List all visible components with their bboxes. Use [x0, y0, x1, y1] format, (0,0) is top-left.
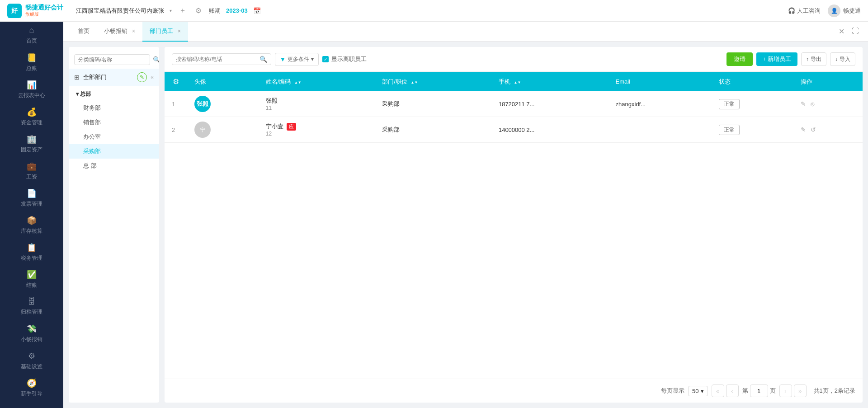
prev-page-button[interactable]: ‹ [726, 385, 739, 397]
dept-search-icon[interactable]: 🔍 [153, 56, 159, 63]
period-value[interactable]: 2023-03 [226, 7, 248, 14]
sidebar-item-tax[interactable]: 📋 税务管理 [0, 239, 63, 266]
page-content: 🔍 ⊞ 全部部门 ✎ « ▾ 总部 财务部 销售部 办公室 采购部 总 部 [63, 42, 868, 408]
assets-icon: 🏢 [27, 134, 37, 144]
emp-name-2: 宁小壹 应 [266, 122, 368, 131]
add-employee-button[interactable]: + 新增员工 [756, 52, 797, 66]
sidebar-item-ledger[interactable]: 📒 总账 [0, 49, 63, 76]
guide-icon: 🧭 [27, 378, 37, 388]
sidebar-item-archive[interactable]: 🗄 归档管理 [0, 293, 63, 320]
capital-icon: 💰 [27, 107, 37, 117]
calendar-icon[interactable]: 📅 [253, 7, 261, 14]
dept-grid-icon: ⊞ [74, 74, 80, 81]
sidebar-item-home[interactable]: ⌂ 首页 [0, 22, 63, 49]
tab-expense[interactable]: 小畅报销 × [97, 22, 142, 42]
archive-icon: 🗄 [28, 297, 36, 306]
dept-all-label: 全部部门 [83, 73, 107, 81]
edit-icon-1[interactable]: ✎ [801, 100, 806, 108]
sidebar-item-reports[interactable]: 📊 云报表中心 [0, 76, 63, 103]
employee-search-input[interactable] [176, 56, 257, 62]
tab-dept-close[interactable]: × [178, 28, 181, 34]
edit-icon-2[interactable]: ✎ [801, 126, 806, 133]
tab-dept-label: 部门员工 [150, 27, 173, 35]
sidebar-item-checkout[interactable]: ✅ 结账 [0, 266, 63, 293]
next-page-button[interactable]: › [779, 385, 792, 397]
tabs-right-actions: ✕ ⛶ [837, 25, 861, 38]
expand-tab-icon[interactable]: ⛶ [850, 25, 861, 38]
top-header: 好 畅捷通好会计 旗舰版 江西服宝精品有限责任公司内账张 ▾ ＋ ⚙ 账期 20… [0, 0, 868, 22]
dept-item-headquarters[interactable]: 总 部 [69, 159, 159, 173]
sidebar-label-home: 首页 [26, 37, 37, 45]
table-header-row: ⚙ 头像 姓名/编码 ▲▼ 部门/职位 ▲▼ 手机 ▲▼ [165, 72, 863, 91]
close-tab-icon[interactable]: ✕ [837, 25, 846, 38]
home-icon: ⌂ [29, 26, 34, 35]
cell-avatar-1: 张照 [187, 91, 259, 117]
col-dept[interactable]: 部门/职位 ▲▼ [375, 72, 491, 91]
table-settings-icon[interactable]: ⚙ [173, 78, 179, 85]
cell-phone-2: 14000000 2... [491, 117, 609, 143]
dept-item-sales[interactable]: 销售部 [69, 115, 159, 130]
page-number-input[interactable] [750, 385, 768, 397]
invite-button[interactable]: 邀请 [726, 52, 753, 66]
add-company-icon[interactable]: ＋ [177, 4, 188, 17]
tab-dept-emp[interactable]: 部门员工 × [142, 22, 188, 42]
global-settings-icon[interactable]: ⚙ [193, 5, 203, 17]
filter-label: 更多条件 [288, 56, 309, 63]
import-icon: ↓ [835, 56, 838, 62]
sidebar-item-settings[interactable]: ⚙ 基础设置 [0, 347, 63, 374]
table-row: 1 张照 张照 11 采购部 18720211 7... z [165, 91, 863, 117]
sidebar-item-inventory[interactable]: 📦 库存核算 [0, 211, 63, 239]
dept-collapse-icon[interactable]: « [151, 74, 154, 80]
name-badge-2: 应 [287, 123, 296, 131]
logo-sub: 旗舰版 [25, 11, 63, 18]
cell-status-2: 正常 [712, 117, 793, 143]
checkbox-box: ✓ [322, 56, 329, 62]
dept-item-purchase[interactable]: 采购部 [69, 144, 159, 159]
employee-table: ⚙ 头像 姓名/编码 ▲▼ 部门/职位 ▲▼ 手机 ▲▼ [165, 72, 863, 143]
sidebar-item-more[interactable]: ••• 更多 [0, 401, 63, 408]
dept-item-finance[interactable]: 财务部 [69, 101, 159, 115]
tab-expense-label: 小畅报销 [104, 27, 127, 35]
company-dropdown-icon[interactable]: ▾ [170, 8, 172, 13]
page-unit: 页 [770, 387, 776, 395]
emp-code-1: 11 [266, 105, 368, 111]
more-filter-button[interactable]: ▼ 更多条件 ▾ [275, 53, 319, 66]
toolbar: 🔍 ▼ 更多条件 ▾ ✓ 显示离职员工 邀请 [165, 47, 863, 72]
header-right: 🎧 人工咨询 👤 畅捷通 [788, 5, 861, 17]
dept-search-input[interactable] [74, 54, 150, 65]
logout-icon-1[interactable]: ⎋ [811, 100, 814, 108]
user-area[interactable]: 👤 畅捷通 [828, 5, 861, 17]
sidebar-item-invoice[interactable]: 📄 发票管理 [0, 184, 63, 211]
sidebar-item-guide[interactable]: 🧭 新手引导 [0, 374, 63, 401]
col-name[interactable]: 姓名/编码 ▲▼ [259, 72, 375, 91]
last-page-button[interactable]: » [794, 385, 807, 397]
col-phone[interactable]: 手机 ▲▼ [491, 72, 609, 91]
first-page-button[interactable]: « [712, 385, 724, 397]
company-selector[interactable]: 江西服宝精品有限责任公司内账张 [76, 7, 164, 15]
user-name: 畅捷通 [843, 7, 861, 15]
right-panel: 🔍 ▼ 更多条件 ▾ ✓ 显示离职员工 邀请 [165, 47, 863, 403]
import-button[interactable]: ↓ 导入 [830, 52, 855, 66]
sidebar-item-salary[interactable]: 💼 工资 [0, 157, 63, 184]
export-icon: ↑ [806, 56, 809, 62]
export-button[interactable]: ↑ 导出 [801, 52, 826, 66]
employee-search-icon[interactable]: 🔍 [259, 56, 267, 63]
page-navigation: « ‹ [712, 385, 739, 397]
sidebar-item-assets[interactable]: 🏢 固定资产 [0, 130, 63, 157]
emp-code-2: 12 [266, 131, 368, 137]
sidebar-item-capital[interactable]: 💰 资金管理 [0, 103, 63, 130]
tab-home[interactable]: 首页 [71, 22, 97, 42]
sort-dept-icon: ▲▼ [411, 81, 418, 84]
dept-all-button[interactable]: ⊞ 全部部门 ✎ « [69, 69, 159, 86]
per-page-select[interactable]: 50 ▾ [688, 386, 708, 396]
tab-expense-close[interactable]: × [132, 28, 135, 34]
logo-text: 畅捷通好会计 [25, 4, 63, 11]
service-button[interactable]: 🎧 人工咨询 [788, 7, 821, 15]
sidebar-item-expense[interactable]: 💸 小畅报销 [0, 320, 63, 347]
show-resigned-checkbox[interactable]: ✓ 显示离职员工 [322, 55, 367, 63]
logo-area: 好 畅捷通好会计 旗舰版 [7, 4, 71, 18]
col-settings: ⚙ [165, 72, 187, 91]
dept-item-office[interactable]: 办公室 [69, 130, 159, 144]
dept-edit-button[interactable]: ✎ [137, 72, 147, 82]
refresh-icon-2[interactable]: ↺ [811, 126, 816, 133]
